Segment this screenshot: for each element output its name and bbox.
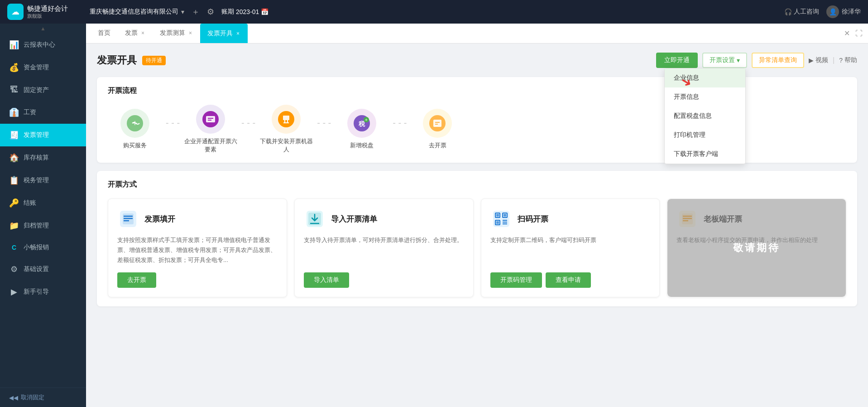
tab-invoice-issue[interactable]: 发票开具 ×	[200, 24, 248, 43]
svg-rect-16	[433, 120, 441, 127]
sidebar-label-guide: 新手引导	[24, 288, 49, 296]
sidebar-item-fixed-asset[interactable]: 🏗 固定资产	[0, 79, 86, 101]
svg-rect-7	[283, 116, 289, 120]
method-card-fill-header: 发票填开	[117, 208, 278, 230]
cancel-pin-button[interactable]: ◀◀ 取消固定	[0, 388, 86, 407]
avatar: 👤	[826, 5, 839, 18]
tab-bar-right: ✕ ⛶	[842, 24, 868, 43]
fill-invoice-go-button[interactable]: 去开票	[117, 272, 156, 288]
flow-step-1-label: 购买服务	[123, 141, 147, 150]
scan-invoice-icon	[490, 208, 512, 230]
sidebar-item-checkout[interactable]: 🔑 结账	[0, 192, 86, 214]
flow-step-4-icon: 税 +	[347, 109, 376, 138]
tab-home[interactable]: 首页	[91, 24, 118, 43]
method-card-scan-header: 扫码开票	[490, 208, 651, 230]
method-card-import: 导入开票清单 支持导入待开票清单，可对待开票清单进行拆分、合并处理。 导入清单	[294, 199, 474, 297]
fixed-asset-icon: 🏗	[9, 85, 19, 95]
sidebar-item-tax[interactable]: 📋 税务管理	[0, 169, 86, 192]
cancel-pin-label: 取消固定	[21, 393, 44, 402]
flow-arrow-2: - - -	[241, 118, 255, 128]
fill-invoice-btn-area: 去开票	[117, 272, 156, 288]
chevron-down-icon: ▾	[737, 57, 740, 64]
flow-arrow-3: - - -	[317, 118, 331, 128]
sidebar-item-fund[interactable]: 💰 资金管理	[0, 56, 86, 79]
flow-step-4: 税 + 新增税盘	[335, 109, 389, 150]
sidebar-item-guide[interactable]: ▶ 新手引导	[0, 281, 86, 303]
svg-rect-3	[206, 116, 215, 122]
flow-step-3-icon	[272, 105, 301, 134]
svg-text:+: +	[133, 119, 138, 128]
method-cards: 发票填开 支持按照发票样式手工填开发票；可开具增值税电子普通发票、增值税普通发票…	[108, 199, 846, 297]
activate-button[interactable]: 立即开通	[656, 53, 698, 68]
sidebar-item-archive[interactable]: 📁 归档管理	[0, 214, 86, 237]
expand-panel-button[interactable]: ⛶	[854, 28, 864, 39]
sidebar-label-tax: 税务管理	[24, 176, 49, 184]
import-invoice-icon	[304, 208, 326, 230]
calendar-icon[interactable]: 📅	[261, 8, 269, 15]
settings-icon[interactable]: ⚙	[205, 5, 216, 19]
sidebar-item-invoice[interactable]: 🧾 发票管理	[0, 124, 86, 146]
import-list-button[interactable]: 导入清单	[304, 272, 349, 288]
help-button[interactable]: ? 帮助	[839, 56, 857, 64]
sidebar-label-invoice: 发票管理	[24, 131, 49, 139]
sidebar-item-expense[interactable]: C 小畅报销	[0, 237, 86, 258]
video-button[interactable]: ▶ 视频	[809, 56, 828, 64]
sidebar-item-salary[interactable]: 👔 工资	[0, 101, 86, 124]
company-selector[interactable]: 重庆畅捷交通信息咨询有限公司 ▾	[90, 8, 184, 16]
tax-icon: 📋	[9, 175, 19, 185]
sidebar-item-cloud-report[interactable]: 📊 云报表中心	[0, 34, 86, 56]
tab-home-label: 首页	[98, 29, 110, 37]
tab-invoice-issue-close[interactable]: ×	[235, 29, 240, 38]
invoice-settings-button[interactable]: 开票设置 ▾	[702, 53, 747, 68]
dropdown-item-tax-disk[interactable]: 配置税盘信息	[665, 107, 745, 126]
dropdown-item-printer[interactable]: 打印机管理	[665, 126, 745, 145]
fill-invoice-title: 发票填开	[144, 214, 175, 224]
exception-list-button[interactable]: 异常清单查询	[752, 53, 804, 68]
sidebar-item-inventory[interactable]: 🏠 库存核算	[0, 146, 86, 169]
sidebar-scroll-up[interactable]: ▲	[0, 24, 86, 34]
main-content: 首页 发票 × 发票测算 × 发票开具 × ✕ ⛶ 发票开具	[86, 24, 868, 407]
view-application-button[interactable]: 查看申请	[546, 272, 591, 288]
import-invoice-btn-area: 导入清单	[304, 272, 349, 288]
flow-step-1-icon: +	[120, 109, 149, 138]
user-area[interactable]: 👤 徐泽华	[826, 5, 861, 18]
close-panel-button[interactable]: ✕	[842, 27, 852, 39]
sidebar-label-fixed-asset: 固定资产	[24, 86, 49, 94]
svg-rect-31	[496, 214, 499, 217]
support-button[interactable]: 🎧 人工咨询	[784, 8, 819, 16]
qrcode-manage-button[interactable]: 开票码管理	[490, 272, 542, 288]
scan-invoice-btn-area: 开票码管理 查看申请	[490, 272, 591, 288]
tab-invoice-calc-close[interactable]: ×	[188, 29, 193, 37]
method-card-fill: 发票填开 支持按照发票样式手工填开发票；可开具增值税电子普通发票、增值税普通发票…	[108, 199, 287, 297]
cancel-pin-icon: ◀◀	[9, 394, 18, 401]
dropdown-item-invoice-info[interactable]: 开票信息	[665, 87, 745, 107]
sidebar-label-fund: 资金管理	[24, 63, 49, 72]
scan-invoice-title: 扫码开票	[518, 214, 548, 224]
fund-icon: 💰	[9, 63, 19, 73]
tab-invoice-calc[interactable]: 发票测算 ×	[153, 24, 200, 43]
tab-invoice-calc-label: 发票测算	[160, 29, 185, 37]
headset-icon: 🎧	[784, 8, 792, 15]
add-tab-button[interactable]: ＋	[190, 5, 201, 19]
flow-arrow-4: - - -	[393, 118, 407, 128]
inventory-icon: 🏠	[9, 153, 19, 163]
import-invoice-title: 导入开票清单	[331, 214, 377, 224]
invoice-methods-section: 开票方式	[97, 171, 857, 306]
dropdown-item-company-info[interactable]: 企业信息	[665, 68, 745, 87]
dropdown-chevron-icon: ▾	[181, 8, 184, 15]
help-label: 帮助	[844, 56, 857, 64]
user-name: 徐泽华	[842, 8, 861, 16]
sidebar-label-checkout: 结账	[24, 199, 36, 207]
flow-step-4-label: 新增税盘	[350, 141, 374, 150]
dropdown-item-client[interactable]: 下载开票客户端	[665, 145, 745, 164]
tab-invoice-close[interactable]: ×	[140, 29, 145, 37]
tab-invoice[interactable]: 发票 ×	[118, 24, 153, 43]
sidebar-item-settings[interactable]: ⚙ 基础设置	[0, 258, 86, 281]
page-title-row: 发票开具 待开通 立即开通 开票设置 ▾ 异常清单查询 ▶	[97, 53, 857, 68]
status-badge: 待开通	[142, 56, 166, 65]
page-title: 发票开具	[97, 53, 137, 67]
divider: |	[833, 56, 834, 64]
scan-invoice-desc: 支持定制开票二维码，客户端可扫码开票	[490, 235, 651, 265]
settings-gear-icon: ⚙	[9, 264, 19, 274]
flow-step-3: 下载并安装开票机器人	[259, 105, 313, 154]
